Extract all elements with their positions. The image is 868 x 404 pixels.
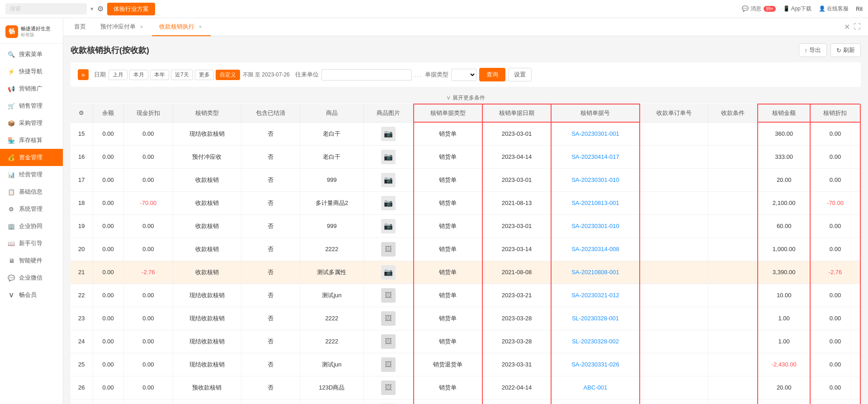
dropdown-arrow-icon[interactable]: ▾ xyxy=(90,5,94,12)
bill-no-link[interactable]: SL-20230328-002 xyxy=(572,338,619,345)
bill-no-link[interactable]: SA-20230301-010 xyxy=(571,223,619,229)
cell-bill-type: 销货单 xyxy=(414,238,482,261)
tab-prepay-close[interactable]: × xyxy=(138,24,145,30)
sidebar-item-purchase[interactable]: 📦 采购管理 xyxy=(0,114,63,132)
expand-more-bar[interactable]: ∨ 展开更多条件 xyxy=(71,92,861,104)
sidebar-item-corp[interactable]: 🏢 企业协同 xyxy=(0,218,63,235)
bill-no-link[interactable]: SA-20230331-026 xyxy=(571,361,619,368)
sidebar-item-wechat[interactable]: 💬 企业微信 xyxy=(0,269,63,286)
cell-cancel-discount: 0.00 xyxy=(810,376,860,399)
bill-type-select[interactable] xyxy=(451,69,476,81)
sidebar-item-sales[interactable]: 🛒 销售管理 xyxy=(0,97,63,114)
bill-no-link[interactable]: SA-20230301-001 xyxy=(571,130,619,137)
cell-bill-date: 2023-03-28 xyxy=(482,330,551,353)
expand-more-label: ∨ 展开更多条件 xyxy=(446,94,485,102)
sidebar-item-basic[interactable]: 📋 基础信息 xyxy=(0,183,63,200)
cell-bill-no[interactable]: SA-20230321-012 xyxy=(551,284,640,307)
date-btn-this-month[interactable]: 本月 xyxy=(129,70,148,80)
tab-prepay[interactable]: 预付冲应付单 × xyxy=(93,18,152,36)
sidebar-item-finance[interactable]: 💰 资金管理 xyxy=(0,149,63,166)
partner-input[interactable] xyxy=(321,69,412,81)
sidebar-item-member[interactable]: V 畅会员 xyxy=(0,286,63,304)
online-service[interactable]: 👤 在线客服 xyxy=(819,5,849,13)
bill-no-link[interactable]: SA-20210813-001 xyxy=(571,200,619,206)
bill-no-link[interactable]: SA-20210808-001 xyxy=(571,269,619,276)
cell-cash-discount: 0.00 xyxy=(123,399,173,404)
sidebar-item-shortcut[interactable]: ⚡ 快捷导航 xyxy=(0,63,63,80)
sidebar-item-inventory[interactable]: 🏪 库存核算 xyxy=(0,132,63,149)
cell-settled: 否 xyxy=(241,399,300,404)
message-area[interactable]: 💬 消息 99+ xyxy=(742,5,776,13)
sidebar-label-basic: 基础信息 xyxy=(19,188,42,196)
bill-no-link[interactable]: SA-20230301-010 xyxy=(571,176,619,183)
cell-bill-no[interactable]: SA-20210813-001 xyxy=(551,191,640,214)
col-header-settings[interactable]: ⚙ xyxy=(71,104,93,122)
cell-bill-no[interactable]: SA-20230301-010 xyxy=(551,214,640,238)
bill-no-link[interactable]: ABC-001 xyxy=(584,384,608,391)
shortcut-icon: ⚡ xyxy=(7,68,15,75)
sidebar-item-guide[interactable]: 📖 新手引导 xyxy=(0,235,63,252)
date-btn-more[interactable]: 更多 xyxy=(195,70,214,80)
cell-bill-no[interactable]: ABC-001 xyxy=(551,376,640,399)
sidebar-item-system[interactable]: ⚙ 系统管理 xyxy=(0,200,63,218)
cell-no: 16 xyxy=(71,145,93,168)
tab-home[interactable]: 首页 xyxy=(67,18,93,36)
cell-cancel-type: 现结收款核销 xyxy=(173,353,241,376)
cell-receipt-cond xyxy=(708,376,758,399)
cell-cancel-discount: 0.00 xyxy=(810,145,860,168)
cell-bill-type: 销货单 xyxy=(414,376,482,399)
cell-cancel-type: 现结收款核销 xyxy=(173,122,241,145)
cell-bill-no[interactable]: SA-20230314-008 xyxy=(551,238,640,261)
tab-bar-actions: ✕ ⛶ xyxy=(844,23,864,31)
bill-no-link[interactable]: SA-20230414-017 xyxy=(571,153,619,160)
app-download[interactable]: 📱 App下载 xyxy=(783,5,811,13)
cell-bill-date: 2023-03-01 xyxy=(482,168,551,191)
cell-bill-no[interactable]: SA-20230331-026 xyxy=(551,353,640,376)
user-name[interactable]: Rit xyxy=(856,6,863,12)
sidebar-item-search[interactable]: 🔍 搜索菜单 xyxy=(0,46,63,63)
sidebar-item-marketing[interactable]: 📢 营销推广 xyxy=(0,80,63,97)
cell-cancel-discount: 0.00 xyxy=(810,284,860,307)
sidebar-label-marketing: 营销推广 xyxy=(19,85,42,93)
date-btn-last-month[interactable]: 上月 xyxy=(108,70,127,80)
cell-bill-no[interactable]: SL-20230328-001 xyxy=(551,307,640,330)
cell-bill-no[interactable]: SA-20230301-010 xyxy=(551,168,640,191)
message-label: 消息 xyxy=(750,5,761,12)
cell-receipt-order xyxy=(640,122,708,145)
cell-no: 25 xyxy=(71,353,93,376)
cell-bill-type: 销货单 xyxy=(414,191,482,214)
query-button[interactable]: 查询 xyxy=(479,68,505,81)
bill-no-link[interactable]: SA-20230314-008 xyxy=(571,246,619,252)
sidebar-item-hardware[interactable]: 🖥 智能硬件 xyxy=(0,252,63,269)
cell-goods-img: 🖼 xyxy=(364,238,414,261)
sidebar-item-operation[interactable]: 📊 经营管理 xyxy=(0,166,63,183)
cell-bill-no[interactable]: SA-20230414-017 xyxy=(551,145,640,168)
cell-bill-no[interactable]: SL-20230328-002 xyxy=(551,330,640,353)
sidebar-label-search: 搜索菜单 xyxy=(19,50,42,58)
cell-bill-date: 2023-03-01 xyxy=(482,214,551,238)
product-image: 🖼 xyxy=(381,334,396,349)
close-window-icon[interactable]: ✕ xyxy=(844,23,850,31)
cell-bill-no[interactable]: SA-20210808-001 xyxy=(551,261,640,284)
maximize-icon[interactable]: ⛶ xyxy=(854,23,861,31)
marketing-icon: 📢 xyxy=(7,86,15,92)
bill-type-label: 单据类型 xyxy=(425,71,448,79)
cell-cancel-type: 现结收款核销 xyxy=(173,284,241,307)
cell-receipt-cond xyxy=(708,284,758,307)
table-row: 27 0.00 0.00 现结收款核销 否 衣服00001 📷 销货单 2023… xyxy=(71,399,860,404)
bill-no-link[interactable]: SL-20230328-001 xyxy=(572,315,619,322)
setting-button[interactable]: 设置 xyxy=(508,68,532,81)
refresh-button[interactable]: ↻ 刷新 xyxy=(830,43,861,57)
solution-button[interactable]: 体验行业方案 xyxy=(107,3,155,15)
date-btn-custom[interactable]: 自定义 xyxy=(216,70,240,80)
tab-collection[interactable]: 收款核销执行 × xyxy=(152,18,211,36)
export-button[interactable]: ↑ 导出 xyxy=(799,43,827,57)
filter-expand-button[interactable]: » xyxy=(78,69,89,80)
date-btn-7days[interactable]: 近7天 xyxy=(171,70,193,80)
tab-collection-close[interactable]: × xyxy=(197,24,203,30)
bill-no-link[interactable]: SA-20230321-012 xyxy=(571,292,619,299)
date-btn-this-year[interactable]: 本年 xyxy=(150,70,169,80)
cell-bill-no[interactable]: SL-20230408-001 xyxy=(551,399,640,404)
settings-icon[interactable]: ⚙ xyxy=(97,5,104,13)
cell-bill-no[interactable]: SA-20230301-001 xyxy=(551,122,640,145)
